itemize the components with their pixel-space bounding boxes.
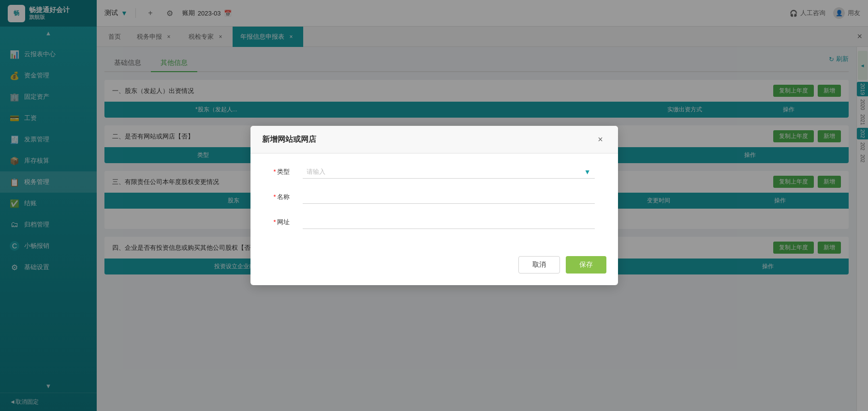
type-input[interactable] bbox=[303, 165, 595, 179]
url-required: * bbox=[274, 218, 276, 226]
dialog-footer: 取消 保存 bbox=[250, 248, 618, 285]
form-row-name: *名称 bbox=[274, 190, 595, 204]
url-input[interactable] bbox=[303, 215, 595, 229]
dialog-header: 新增网站或网店 × bbox=[250, 126, 618, 153]
name-input-wrap bbox=[303, 190, 595, 204]
url-input-wrap bbox=[303, 215, 595, 229]
cancel-button[interactable]: 取消 bbox=[518, 256, 560, 274]
form-row-url: *网址 bbox=[274, 215, 595, 229]
name-input[interactable] bbox=[303, 190, 595, 204]
url-label-text: 网址 bbox=[277, 218, 290, 226]
form-row-type: *类型 ▼ bbox=[274, 165, 595, 179]
dialog-title: 新增网站或网店 bbox=[262, 135, 316, 145]
type-input-wrap: ▼ bbox=[303, 165, 595, 179]
url-label: *网址 bbox=[274, 218, 303, 227]
type-label-text: 类型 bbox=[277, 168, 290, 175]
name-label-text: 名称 bbox=[277, 193, 290, 200]
type-label: *类型 bbox=[274, 167, 303, 176]
save-button[interactable]: 保存 bbox=[566, 256, 606, 274]
dialog-body: *类型 ▼ *名称 *网址 bbox=[250, 153, 618, 248]
dialog-close-btn[interactable]: × bbox=[595, 134, 606, 145]
add-website-dialog: 新增网站或网店 × *类型 ▼ *名称 bbox=[250, 126, 618, 285]
dialog-overlay: 新增网站或网店 × *类型 ▼ *名称 bbox=[0, 0, 868, 411]
type-required: * bbox=[274, 168, 276, 175]
name-label: *名称 bbox=[274, 193, 303, 201]
name-required: * bbox=[274, 193, 276, 200]
